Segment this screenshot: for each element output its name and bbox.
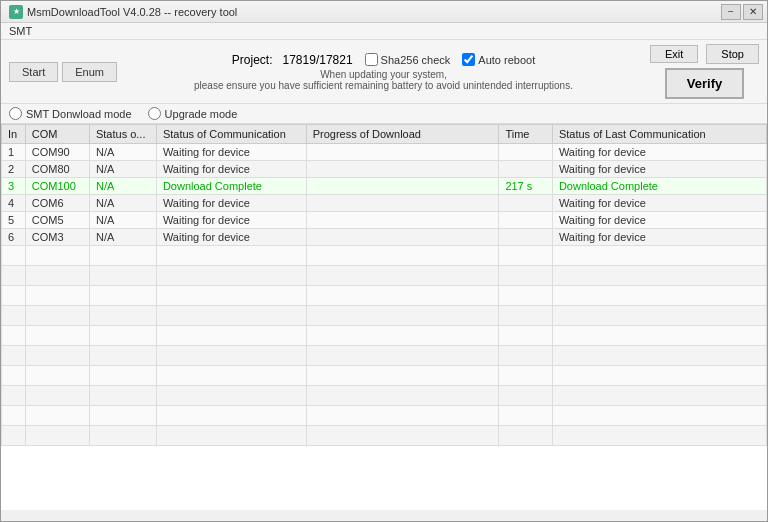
header-last-comm: Status of Last Communication xyxy=(552,125,766,144)
table-row: 3COM100N/ADownload Complete217 sDownload… xyxy=(2,178,767,195)
toolbar-right: Exit Stop Verify xyxy=(650,44,759,99)
main-table: In COM Status o... Status of Communicati… xyxy=(1,124,767,446)
empty-row xyxy=(2,306,767,326)
header-time: Time xyxy=(499,125,553,144)
table-body: 1COM90N/AWaiting for deviceWaiting for d… xyxy=(2,144,767,446)
table-row: 4COM6N/AWaiting for deviceWaiting for de… xyxy=(2,195,767,212)
empty-row xyxy=(2,366,767,386)
sha256-checkbox-label[interactable]: Sha256 check xyxy=(365,53,451,66)
start-button[interactable]: Start xyxy=(9,62,58,82)
table-row: 2COM80N/AWaiting for deviceWaiting for d… xyxy=(2,161,767,178)
stop-button[interactable]: Stop xyxy=(706,44,759,64)
close-button[interactable]: ✕ xyxy=(743,4,763,20)
autoreboot-checkbox[interactable] xyxy=(462,53,475,66)
empty-row xyxy=(2,246,767,266)
mode-bar: SMT Donwload mode Upgrade mode xyxy=(1,104,767,124)
upgrade-mode-label[interactable]: Upgrade mode xyxy=(148,107,238,120)
project-value: 17819/17821 xyxy=(283,53,353,67)
verify-button[interactable]: Verify xyxy=(665,68,744,99)
project-line: Project: 17819/17821 Sha256 check Auto r… xyxy=(121,53,646,67)
app-icon: ★ xyxy=(9,5,23,19)
empty-row xyxy=(2,286,767,306)
sha256-checkbox[interactable] xyxy=(365,53,378,66)
smt-mode-label[interactable]: SMT Donwload mode xyxy=(9,107,132,120)
title-bar-left: ★ MsmDownloadTool V4.0.28 -- recovery to… xyxy=(9,5,237,19)
enum-button[interactable]: Enum xyxy=(62,62,117,82)
smt-mode-radio[interactable] xyxy=(9,107,22,120)
warning-text: When updating your system, please ensure… xyxy=(194,69,573,91)
empty-row xyxy=(2,346,767,366)
empty-row xyxy=(2,406,767,426)
header-status-o: Status o... xyxy=(89,125,156,144)
upgrade-mode-radio[interactable] xyxy=(148,107,161,120)
window-title: MsmDownloadTool V4.0.28 -- recovery tool xyxy=(27,6,237,18)
minimize-button[interactable]: − xyxy=(721,4,741,20)
table-row: 1COM90N/AWaiting for deviceWaiting for d… xyxy=(2,144,767,161)
toolbar-center: Project: 17819/17821 Sha256 check Auto r… xyxy=(121,53,646,91)
header-status-comm: Status of Communication xyxy=(156,125,306,144)
toolbar: Start Enum Project: 17819/17821 Sha256 c… xyxy=(1,40,767,104)
autoreboot-checkbox-label[interactable]: Auto reboot xyxy=(462,53,535,66)
exit-button[interactable]: Exit xyxy=(650,45,698,63)
title-bar: ★ MsmDownloadTool V4.0.28 -- recovery to… xyxy=(1,1,767,23)
empty-row xyxy=(2,426,767,446)
empty-row xyxy=(2,326,767,346)
app-header: SMT xyxy=(1,23,767,40)
project-label: Project: 17819/17821 xyxy=(232,53,353,67)
table-container: In COM Status o... Status of Communicati… xyxy=(1,124,767,510)
header-in: In xyxy=(2,125,26,144)
header-progress: Progress of Download xyxy=(306,125,499,144)
empty-row xyxy=(2,386,767,406)
header-com: COM xyxy=(25,125,89,144)
app-header-label: SMT xyxy=(9,25,32,37)
title-buttons: − ✕ xyxy=(721,4,763,20)
table-header-row: In COM Status o... Status of Communicati… xyxy=(2,125,767,144)
table-row: 5COM5N/AWaiting for deviceWaiting for de… xyxy=(2,212,767,229)
table-row: 6COM3N/AWaiting for deviceWaiting for de… xyxy=(2,229,767,246)
empty-row xyxy=(2,266,767,286)
